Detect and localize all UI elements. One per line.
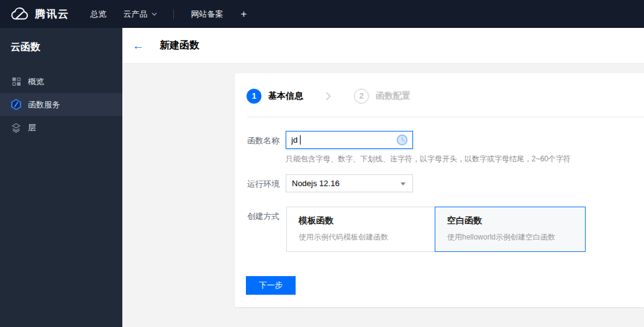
new-function-card: 1 基本信息 2 函数配置 函数名称 只能包含字母、数字、下划线、连字符，以字母…	[235, 73, 644, 307]
next-step-button[interactable]: 下一步	[246, 276, 296, 295]
wizard-steps: 1 基本信息 2 函数配置	[247, 89, 410, 104]
option-blank-function[interactable]: 空白函数 使用helloworld示例创建空白函数	[435, 207, 586, 252]
creation-method-label: 创建方式	[247, 211, 279, 222]
sidebar-item-overview[interactable]: 概览	[0, 70, 122, 93]
sidebar-item-function-service[interactable]: 函数服务	[0, 93, 122, 116]
layers-icon	[11, 123, 22, 133]
text-cursor	[300, 135, 301, 145]
nav-cloud-products[interactable]: 云产品	[124, 9, 157, 20]
function-name-label: 函数名称	[247, 135, 279, 146]
sidebar: 云函数 概览 函数服务	[0, 28, 122, 327]
page-header: ← 新建函数	[122, 28, 644, 64]
grid-icon	[11, 77, 22, 86]
main-content: ← 新建函数 1 基本信息 2 函数配置 函数名称 只能包含字母、数字、下划线、…	[122, 28, 644, 327]
option-title: 模板函数	[299, 215, 435, 226]
add-tab-button[interactable]: +	[238, 8, 250, 20]
step-1-label: 基本信息	[268, 91, 303, 102]
runtime-label: 运行环境	[247, 179, 279, 190]
step-2-circle: 2	[354, 89, 369, 104]
sidebar-title: 云函数	[0, 28, 122, 64]
step-1-circle: 1	[247, 89, 261, 104]
brand-name: 腾讯云	[35, 7, 70, 21]
cloud-logo-icon	[9, 7, 29, 21]
option-description: 使用示例代码模板创建函数	[299, 232, 435, 243]
option-description: 使用helloworld示例创建空白函数	[447, 232, 585, 243]
select-caret-icon	[401, 182, 406, 186]
page-title: 新建函数	[160, 39, 199, 52]
sidebar-item-label: 层	[28, 122, 36, 133]
nav-website-beian[interactable]: 网站备案	[191, 9, 224, 20]
nav-overview[interactable]: 总览	[91, 9, 107, 20]
topbar: 腾讯云 总览 云产品 网站备案 +	[0, 0, 644, 28]
function-name-hint: 只能包含字母、数字、下划线、连字符，以字母开头，以数字或字母结尾，2~60个字符	[286, 154, 571, 164]
runtime-select[interactable]: Nodejs 12.16	[286, 174, 413, 192]
function-name-input[interactable]	[286, 131, 413, 149]
option-title: 空白函数	[447, 215, 585, 226]
step-chevron-icon	[325, 92, 331, 101]
scf-hexagon-icon	[11, 99, 22, 110]
back-arrow-icon[interactable]: ←	[132, 40, 144, 52]
option-template-function[interactable]: 模板函数 使用示例代码模板创建函数	[286, 207, 435, 252]
chevron-down-icon	[152, 12, 157, 16]
nav-divider	[173, 9, 174, 19]
sidebar-item-layers[interactable]: 层	[0, 116, 122, 139]
sidebar-item-label: 函数服务	[28, 99, 60, 110]
step-2-label: 函数配置	[376, 91, 410, 102]
steps-divider	[247, 117, 644, 117]
top-navigation: 总览 云产品 网站备案 +	[91, 8, 250, 20]
sidebar-item-label: 概览	[28, 76, 44, 87]
sidebar-menu: 概览 函数服务 层	[0, 70, 122, 139]
tencent-cloud-logo[interactable]: 腾讯云	[9, 7, 70, 21]
nav-cloud-products-label: 云产品	[124, 9, 148, 20]
runtime-selected-value: Nodejs 12.16	[292, 179, 340, 188]
